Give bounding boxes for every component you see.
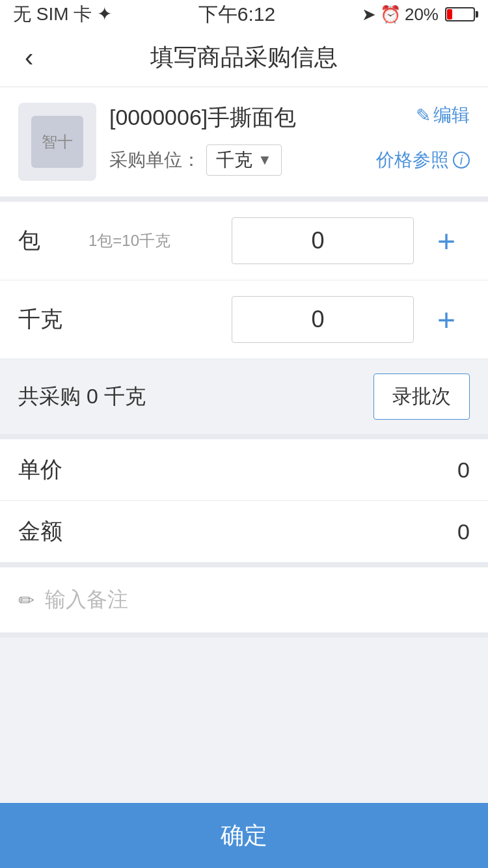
summary-text: 共采购 0 千克 [18, 383, 146, 411]
back-button[interactable]: ‹ [18, 36, 40, 79]
pack-input-wrap: + [170, 217, 470, 264]
status-left: 无 SIM 卡 ✦ [13, 2, 112, 27]
info-icon: i [453, 152, 470, 169]
location-icon: ➤ [362, 5, 376, 25]
summary-row: 共采购 0 千克 录批次 [0, 359, 488, 439]
chevron-down-icon: ▼ [258, 152, 272, 169]
pack-plus-button[interactable]: + [423, 217, 470, 264]
kg-input-wrap: + [83, 296, 470, 343]
product-image: 智十 [18, 103, 96, 181]
edit-label: 编辑 [433, 103, 470, 128]
product-logo: 智十 [31, 116, 83, 168]
pencil-icon: ✏ [18, 589, 34, 612]
status-bar: 无 SIM 卡 ✦ 下午6:12 ➤ ⏰ 20% [0, 0, 488, 29]
product-unit-row: 采购单位： 千克 ▼ 价格参照 i [109, 144, 470, 176]
battery-icon [445, 7, 475, 21]
pack-input[interactable] [232, 217, 414, 264]
battery-text: 20% [405, 5, 439, 25]
nav-bar: ‹ 填写商品采购信息 [0, 29, 488, 87]
pack-sub: 1包=10千克 [88, 230, 170, 251]
pack-row: 包 1包=10千克 + [0, 202, 488, 280]
amount-row: 金额 0 [0, 501, 488, 562]
unit-select[interactable]: 千克 ▼ [206, 144, 282, 176]
kg-input[interactable] [232, 296, 414, 343]
form-section: 包 1包=10千克 + 千克 + [0, 202, 488, 359]
unit-price-label: 单价 [18, 455, 62, 485]
confirm-button[interactable]: 确定 [0, 803, 488, 868]
remark-section[interactable]: ✏ 输入备注 [0, 567, 488, 638]
amount-label: 金额 [18, 517, 62, 547]
unit-price-value: 0 [457, 457, 470, 483]
sim-signal: 无 SIM 卡 ✦ [13, 2, 112, 27]
page-title: 填写商品采购信息 [150, 42, 338, 74]
product-header: [0000006]手撕面包 ✎ 编辑 [109, 103, 470, 133]
kg-plus-button[interactable]: + [423, 296, 470, 343]
edit-icon: ✎ [416, 105, 431, 126]
amount-value: 0 [457, 519, 470, 545]
product-name: [0000006]手撕面包 [109, 103, 296, 133]
batch-button[interactable]: 录批次 [373, 373, 470, 420]
product-info: [0000006]手撕面包 ✎ 编辑 采购单位： 千克 ▼ 价格参照 i [109, 103, 470, 176]
pack-label: 包 [18, 226, 83, 256]
unit-label: 采购单位： [109, 150, 200, 170]
kg-label: 千克 [18, 305, 83, 334]
price-ref-label: 价格参照 [376, 148, 449, 172]
unit-price-row: 单价 0 [0, 439, 488, 501]
unit-value: 千克 [216, 148, 252, 172]
product-card: 智十 [0000006]手撕面包 ✎ 编辑 采购单位： 千克 ▼ [0, 87, 488, 202]
alarm-icon: ⏰ [380, 5, 401, 25]
unit-label-wrap: 采购单位： 千克 ▼ [109, 144, 282, 176]
price-ref-button[interactable]: 价格参照 i [376, 148, 470, 172]
status-right: ➤ ⏰ 20% [362, 5, 475, 25]
price-section: 单价 0 金额 0 [0, 439, 488, 567]
remark-placeholder: 输入备注 [45, 586, 128, 614]
kg-row: 千克 + [0, 280, 488, 359]
status-time: 下午6:12 [198, 1, 275, 28]
edit-button[interactable]: ✎ 编辑 [416, 103, 470, 128]
